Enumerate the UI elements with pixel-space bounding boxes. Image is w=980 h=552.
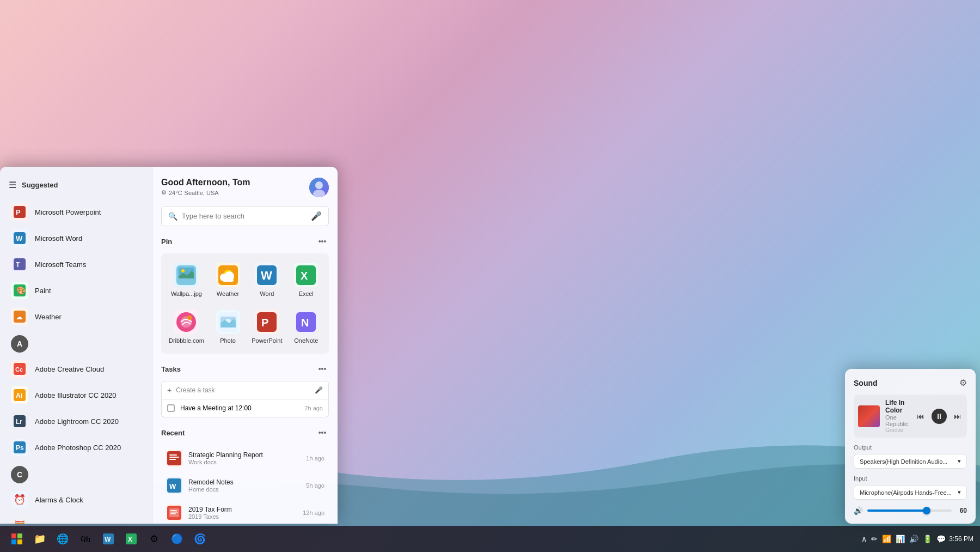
search-input[interactable] bbox=[182, 212, 307, 220]
recent-strategic[interactable]: Strategic Planning Report Work docs 1h a… bbox=[161, 445, 329, 472]
word-taskbar-button[interactable]: W bbox=[98, 529, 119, 549]
sound-title: Sound bbox=[854, 379, 878, 387]
edge-browser-button[interactable]: 🌐 bbox=[52, 529, 73, 549]
pin-onenote[interactable]: N OneNote bbox=[288, 305, 324, 349]
recent-more-button[interactable]: ••• bbox=[316, 426, 329, 439]
microphone-icon[interactable]: 🎤 bbox=[311, 211, 322, 221]
word-sidebar-icon: W bbox=[11, 229, 28, 247]
svg-point-23 bbox=[181, 269, 185, 272]
sidebar-item-weather[interactable]: ☁ Weather bbox=[0, 304, 152, 330]
prev-button[interactable]: ⏮ bbox=[914, 410, 927, 423]
sidebar-item-powerpoint[interactable]: P Microsoft Powerpoint bbox=[0, 199, 152, 225]
volume-row: 🔊 60 bbox=[854, 506, 967, 515]
tasks-title: Tasks bbox=[161, 365, 181, 373]
pause-button[interactable]: ⏸ bbox=[932, 409, 947, 424]
volume-slider[interactable] bbox=[867, 509, 952, 512]
input-dropdown[interactable]: Microphone(Airpods Hands-Free... ▾ bbox=[854, 485, 967, 500]
pin-word[interactable]: W Word bbox=[248, 258, 285, 302]
recent-remodel-sub: Home docs bbox=[188, 486, 301, 493]
sidebar-item-teams[interactable]: T Microsoft Teams bbox=[0, 251, 152, 277]
pin-more-button[interactable]: ••• bbox=[316, 235, 329, 248]
chevron-up-icon[interactable]: ∧ bbox=[861, 535, 867, 543]
sidebar-item-paint[interactable]: 🎨 Paint bbox=[0, 277, 152, 304]
notification-icon[interactable]: 💬 bbox=[936, 535, 946, 543]
gear-icon: ⚙ bbox=[161, 189, 167, 196]
pin-weather[interactable]: Weather bbox=[210, 258, 246, 302]
word-pin-icon: W bbox=[255, 263, 279, 287]
sidebar-item-word[interactable]: W Microsoft Word bbox=[0, 225, 152, 251]
song-artist: One Republic bbox=[885, 414, 909, 427]
volume-thumb[interactable] bbox=[923, 507, 930, 514]
teams-icon: T bbox=[11, 256, 28, 273]
store-button[interactable]: 🛍 bbox=[75, 529, 96, 549]
sidebar-item-adobe-cc[interactable]: Cc Adobe Creative Cloud bbox=[0, 356, 152, 382]
start-button[interactable] bbox=[7, 529, 27, 549]
svg-rect-45 bbox=[169, 454, 177, 456]
battery-icon[interactable]: 🔋 bbox=[923, 535, 932, 543]
svg-text:W: W bbox=[16, 234, 23, 242]
svg-point-19 bbox=[315, 181, 323, 189]
create-task-row[interactable]: + Create a task 🎤 bbox=[161, 381, 329, 399]
sidebar-item-lightroom[interactable]: Lr Adobe Lightroom CC 2020 bbox=[0, 408, 152, 434]
recent-remodel[interactable]: W Remodel Notes Home docs 5h ago bbox=[161, 472, 329, 499]
weather-pin-icon bbox=[216, 263, 240, 287]
svg-text:W: W bbox=[105, 536, 111, 543]
output-dropdown[interactable]: Speakers(High Definition Audio... ▾ bbox=[854, 454, 967, 469]
sidebar-item-alarms[interactable]: ⏰ Alarms & Clock bbox=[0, 487, 152, 513]
task-checkbox[interactable] bbox=[167, 404, 175, 412]
svg-rect-54 bbox=[170, 513, 176, 514]
sidebar-item-illustrator[interactable]: Ai Adobe Illustrator CC 2020 bbox=[0, 382, 152, 408]
pin-excel[interactable]: X Excel bbox=[288, 258, 324, 302]
recent-remodel-info: Remodel Notes Home docs bbox=[188, 478, 301, 493]
search-bar[interactable]: 🔍 🎤 bbox=[161, 206, 329, 226]
sidebar-item-photoshop[interactable]: Ps Adobe Photoshop CC 2020 bbox=[0, 434, 152, 460]
user-avatar[interactable] bbox=[309, 178, 329, 197]
dropdown-arrow-icon: ▾ bbox=[958, 458, 961, 465]
word-pin-label: Word bbox=[260, 290, 274, 297]
loader-button[interactable]: 🔵 bbox=[167, 529, 187, 549]
clock-time: 3:56 PM bbox=[949, 535, 973, 544]
hamburger-icon[interactable]: ☰ bbox=[9, 180, 16, 190]
input-device-name: Microphone(Airpods Hands-Free... bbox=[860, 489, 952, 496]
svg-text:Ps: Ps bbox=[16, 444, 24, 452]
signal-icon[interactable]: 📊 bbox=[896, 535, 905, 543]
recent-remodel-name: Remodel Notes bbox=[188, 478, 301, 486]
excel-taskbar-button[interactable]: X bbox=[121, 529, 142, 549]
edge-taskbar-button[interactable]: 🌀 bbox=[189, 529, 210, 549]
weather-pin-label: Weather bbox=[217, 290, 239, 297]
main-panel: Good Afternoon, Tom ⚙ 24°C Seattle, USA … bbox=[152, 167, 338, 524]
wifi-icon[interactable]: 📶 bbox=[882, 535, 891, 543]
suggested-label: Suggested bbox=[22, 181, 58, 189]
recent-tax[interactable]: 2019 Tax Form 2019 Taxes 12h ago bbox=[161, 499, 329, 524]
volume-taskbar-icon[interactable]: 🔊 bbox=[909, 535, 918, 543]
settings-taskbar-button[interactable]: ⚙ bbox=[144, 529, 164, 549]
pen-icon[interactable]: ✏ bbox=[871, 535, 878, 543]
mic-task-icon[interactable]: 🎤 bbox=[315, 386, 323, 394]
sound-settings-icon[interactable]: ⚙ bbox=[959, 378, 967, 388]
pin-powerpoint[interactable]: P PowerPoint bbox=[248, 305, 285, 349]
album-art bbox=[858, 405, 880, 427]
alpha-a-divider: A bbox=[0, 332, 152, 356]
media-info: Life In Color One Republic Groove bbox=[885, 399, 909, 433]
sidebar-item-calculator[interactable]: 🧮 Calculator bbox=[0, 513, 152, 524]
recent-tax-name: 2019 Tax Form bbox=[188, 506, 297, 513]
media-controls: ⏮ ⏸ ⏭ bbox=[914, 409, 964, 424]
svg-rect-51 bbox=[169, 508, 179, 517]
task-label: Have a Meeting at 12:00 bbox=[180, 404, 252, 412]
tasks-more-button[interactable]: ••• bbox=[316, 362, 329, 375]
pin-dribbble[interactable]: Dribbble.com bbox=[166, 305, 207, 349]
pin-photo[interactable]: Photo bbox=[210, 305, 246, 349]
file-explorer-button[interactable]: 📁 bbox=[29, 529, 50, 549]
svg-text:X: X bbox=[128, 536, 132, 543]
recent-strategic-sub: Work docs bbox=[188, 459, 301, 465]
dribbble-icon bbox=[174, 310, 198, 334]
task-meeting[interactable]: Have a Meeting at 12:00 2h ago bbox=[161, 399, 329, 417]
next-button[interactable]: ⏭ bbox=[951, 410, 964, 423]
svg-text:P: P bbox=[261, 317, 268, 329]
create-task-placeholder: Create a task bbox=[176, 386, 215, 394]
pin-wallpaper[interactable]: Wallpa...jpg bbox=[166, 258, 207, 302]
svg-point-36 bbox=[188, 317, 191, 319]
taskbar-time[interactable]: 3:56 PM bbox=[949, 535, 973, 544]
onenote-pin-icon: N bbox=[294, 310, 318, 334]
recent-strategic-info: Strategic Planning Report Work docs bbox=[188, 451, 301, 465]
